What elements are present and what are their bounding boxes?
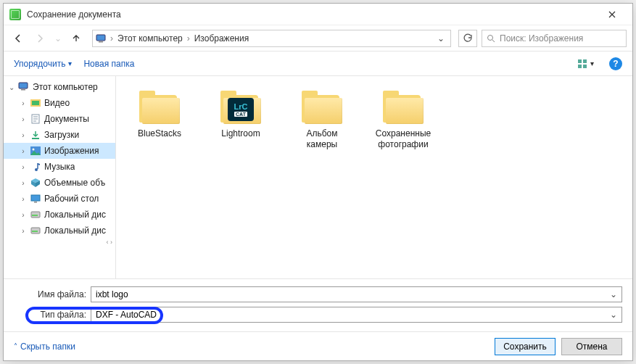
chevron-down-icon: ▾ [590, 59, 594, 67]
svg-rect-5 [578, 65, 582, 68]
window-title: Сохранение документа [27, 9, 598, 20]
arrow-right-icon [35, 33, 45, 44]
arrow-up-icon [71, 33, 81, 44]
expand-icon[interactable]: › [20, 211, 27, 219]
close-button[interactable] [598, 4, 627, 25]
svg-rect-16 [31, 195, 40, 201]
svg-rect-4 [583, 59, 587, 63]
svg-rect-8 [21, 89, 25, 91]
svg-rect-3 [578, 59, 582, 63]
dialog-footer: ˄ Скрыть папки Сохранить Отмена [4, 331, 632, 360]
disk-icon [30, 225, 41, 236]
breadcrumb[interactable]: › Этот компьютер › Изображения ⌄ [92, 30, 451, 47]
search-placeholder: Поиск: Изображения [500, 33, 583, 44]
sidebar-item-documents[interactable]: › Документы [4, 111, 115, 127]
sidebar-item-videos[interactable]: › Видео [4, 95, 115, 111]
folder-view[interactable]: BlueStacks LrCCAT Lightroom Альбом камер… [116, 76, 632, 278]
titlebar: Сохранение документа [4, 4, 632, 25]
sidebar-root-this-pc[interactable]: ⌄ Этот компьютер [4, 79, 115, 95]
svg-point-2 [488, 35, 493, 40]
sidebar-item-local-disk[interactable]: › Локальный дис [4, 207, 115, 223]
file-fields: Имя файла: ixbt logo Тип файла: DXF - Au… [4, 278, 632, 331]
breadcrumb-item[interactable]: Этот компьютер [116, 33, 184, 44]
cancel-button[interactable]: Отмена [561, 338, 622, 355]
expand-icon[interactable]: › [20, 227, 27, 235]
toolbar: Упорядочить ▾ Новая папка ▾ ? [4, 51, 632, 76]
up-button[interactable] [67, 30, 85, 47]
svg-rect-1 [99, 41, 103, 43]
help-button[interactable]: ? [609, 57, 622, 70]
search-input[interactable]: Поиск: Изображения [482, 30, 627, 47]
folder-icon [136, 85, 183, 125]
folder-lightroom[interactable]: LrCCAT Lightroom [210, 85, 271, 139]
collapse-icon[interactable]: ⌄ [8, 83, 15, 91]
folder-icon: LrCCAT [218, 85, 264, 125]
svg-rect-6 [583, 65, 587, 68]
filetype-select[interactable]: DXF - AutoCAD [91, 307, 622, 323]
svg-rect-10 [32, 101, 39, 105]
chevron-up-icon: ˄ [14, 342, 17, 350]
dialog-body: ⌄ Этот компьютер › Видео › Документы › З… [4, 76, 632, 278]
expand-icon[interactable]: › [20, 131, 27, 139]
sidebar-item-pictures[interactable]: › Изображения [4, 143, 115, 159]
cube-icon [30, 177, 41, 189]
sidebar-item-downloads[interactable]: › Загрузки [4, 127, 115, 143]
documents-icon [30, 113, 41, 125]
refresh-icon [463, 33, 473, 44]
view-icon [577, 59, 589, 69]
filetype-label: Тип файла: [14, 310, 86, 320]
sidebar[interactable]: ⌄ Этот компьютер › Видео › Документы › З… [4, 76, 116, 278]
expand-icon[interactable]: › [20, 179, 27, 187]
sidebar-item-local-disk[interactable]: › Локальный дис [4, 223, 115, 239]
sidebar-item-desktop[interactable]: › Рабочий стол [4, 191, 115, 207]
lightroom-badge-icon: LrCCAT [228, 98, 254, 121]
back-button[interactable] [9, 30, 27, 47]
folder-icon [380, 85, 426, 125]
expand-icon[interactable]: › [20, 115, 27, 123]
disk-icon [30, 209, 41, 220]
hide-folders-toggle[interactable]: ˄ Скрыть папки [14, 342, 75, 352]
expand-icon[interactable]: › [20, 195, 27, 203]
folder-camera-roll[interactable]: Альбом камеры [292, 85, 352, 150]
arrow-left-icon [13, 33, 23, 44]
music-icon [30, 161, 41, 173]
new-folder-button[interactable]: Новая папка [83, 59, 134, 69]
filename-input[interactable]: ixbt logo [91, 286, 622, 302]
recent-dropdown[interactable]: ⌄ [53, 30, 63, 47]
scroll-indicator: ‹ › [4, 239, 115, 246]
filetype-row: Тип файла: DXF - AutoCAD [14, 307, 622, 323]
folder-icon [299, 85, 345, 125]
forward-button[interactable] [31, 30, 49, 47]
chevron-right-icon: › [187, 33, 190, 44]
svg-rect-7 [19, 83, 28, 88]
refresh-button[interactable] [458, 30, 477, 47]
view-mode-button[interactable]: ▾ [574, 57, 598, 71]
sidebar-item-music[interactable]: › Музыка [4, 159, 115, 175]
breadcrumb-item[interactable]: Изображения [193, 33, 250, 44]
svg-rect-0 [96, 35, 105, 41]
svg-rect-12 [32, 138, 39, 139]
desktop-icon [30, 193, 41, 204]
folder-bluestacks[interactable]: BlueStacks [129, 85, 190, 139]
svg-rect-19 [32, 215, 38, 216]
folder-saved-pictures[interactable]: Сохраненные фотографии [373, 85, 434, 150]
pictures-icon [30, 145, 41, 157]
app-icon [9, 9, 21, 20]
expand-icon[interactable]: › [20, 147, 27, 155]
navbar: ⌄ › Этот компьютер › Изображения ⌄ Поиск… [4, 25, 632, 51]
pc-icon [96, 34, 107, 43]
close-icon [608, 11, 616, 18]
chevron-right-icon: › [110, 33, 113, 44]
downloads-icon [30, 129, 41, 141]
filename-row: Имя файла: ixbt logo [14, 286, 622, 302]
save-button[interactable]: Сохранить [495, 338, 556, 355]
sidebar-item-3d-objects[interactable]: › Объемные объ [4, 175, 115, 191]
organize-menu[interactable]: Упорядочить ▾ [14, 59, 72, 69]
svg-rect-21 [32, 231, 38, 232]
expand-icon[interactable]: › [20, 163, 27, 171]
expand-icon[interactable]: › [20, 99, 27, 107]
filename-label: Имя файла: [14, 289, 86, 299]
breadcrumb-dropdown[interactable]: ⌄ [434, 33, 447, 44]
svg-point-14 [33, 149, 35, 151]
search-icon [487, 34, 495, 43]
